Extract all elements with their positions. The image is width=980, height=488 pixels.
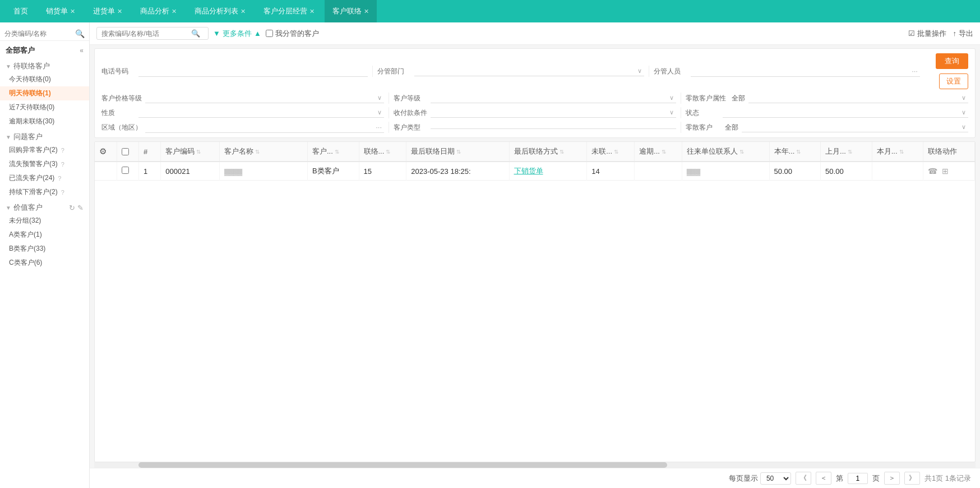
sidebar-item-today[interactable]: 今天待联络(0) xyxy=(0,72,89,86)
next-page-btn[interactable]: ＞ xyxy=(884,472,900,485)
sidebar: 🔍 全部客户 « ▼ 待联络客户 今天待联络(0) 明天待联络(1) 近7天待联… xyxy=(0,22,90,488)
sort-type-icon[interactable]: ⇅ xyxy=(335,149,339,155)
sidebar-item-class-a[interactable]: A类客户(1) xyxy=(0,228,89,242)
edit-icon[interactable]: ✎ xyxy=(77,204,84,212)
sidebar-item-7days[interactable]: 近7天待联络(0) xyxy=(0,100,89,114)
sidebar-search-wrap: 🔍 xyxy=(0,27,89,41)
nav-analysis-list-close[interactable]: ✕ xyxy=(241,8,246,15)
nav-purchase-close[interactable]: ✕ xyxy=(117,8,122,15)
refresh-icon[interactable]: ↻ xyxy=(69,204,75,212)
table-settings-gear-icon[interactable]: ⚙ xyxy=(99,146,107,156)
filter-manager-label: 分管人员 xyxy=(654,67,687,76)
my-customers-checkbox-wrap[interactable]: 我分管的客户 xyxy=(266,29,319,39)
sidebar-item-churned[interactable]: 已流失客户(24) ? xyxy=(0,171,89,185)
filter-customer-level-select[interactable]: ∨ xyxy=(431,93,676,103)
nav-sales-close[interactable]: ✕ xyxy=(70,8,75,15)
sort-this-year-icon[interactable]: ⇅ xyxy=(796,149,801,155)
row-checkbox[interactable] xyxy=(122,167,129,174)
col-code[interactable]: 客户编码 ⇅ xyxy=(161,142,220,162)
sort-name-icon[interactable]: ⇅ xyxy=(255,149,260,155)
more-conditions-btn[interactable]: ▼ 更多条件 ▲ xyxy=(213,29,261,39)
sort-code-icon[interactable]: ⇅ xyxy=(196,149,201,155)
sidebar-item-overdue[interactable]: 逾期未联络(30) xyxy=(0,114,89,128)
col-uncontacted[interactable]: 未联... ⇅ xyxy=(587,142,635,162)
first-page-btn[interactable]: 《 xyxy=(796,472,811,485)
nav-customer-tier-close[interactable]: ✕ xyxy=(309,8,315,15)
col-contacts[interactable]: 联络... ⇅ xyxy=(359,142,406,162)
sort-last-date-icon[interactable]: ⇅ xyxy=(456,149,461,155)
sidebar-item-tomorrow[interactable]: 明天待联络(1) xyxy=(0,86,89,100)
col-name[interactable]: 客户名称 ⇅ xyxy=(219,142,307,162)
sort-this-month-icon[interactable]: ⇅ xyxy=(899,149,904,155)
filter-manager-select[interactable]: ··· xyxy=(691,66,920,77)
sidebar-item-churn-warning[interactable]: 流失预警客户(3) ? xyxy=(0,157,89,171)
sort-contacts-person-icon[interactable]: ⇅ xyxy=(739,149,744,155)
region-ellipsis-icon: ··· xyxy=(376,123,382,131)
sidebar-group-problem[interactable]: ▼ 问题客户 xyxy=(0,128,89,143)
filter-phone-input[interactable] xyxy=(138,66,368,77)
search-icon[interactable]: 🔍 xyxy=(191,29,200,38)
nav-customer-contact-close[interactable]: ✕ xyxy=(364,8,369,15)
col-last-month[interactable]: 上月... ⇅ xyxy=(821,142,872,162)
filter-row-1: 电话号码 分管部门 ∨ 分管人员 ··· xyxy=(101,53,968,89)
filter-payment-select[interactable]: ∨ xyxy=(431,108,676,118)
prev-page-btn[interactable]: ＜ xyxy=(816,472,831,485)
filter-nature-select[interactable]: ∨ xyxy=(138,108,384,118)
my-customers-checkbox[interactable] xyxy=(266,30,273,37)
nav-customer-contact[interactable]: 客户联络 ✕ xyxy=(325,0,377,22)
filter-retail-customer-select[interactable]: ∨ xyxy=(742,122,968,132)
filter-region-select[interactable]: ··· xyxy=(145,122,384,133)
search-input[interactable] xyxy=(101,30,191,38)
query-button[interactable]: 查询 xyxy=(936,53,968,69)
nav-analysis[interactable]: 商品分析 ✕ xyxy=(132,0,184,22)
filter-status-select[interactable]: ∨ xyxy=(723,108,968,118)
table-scroll-bar[interactable] xyxy=(94,462,976,468)
sidebar-search-icon[interactable]: 🔍 xyxy=(75,29,85,38)
sidebar-group-pending[interactable]: ▼ 待联络客户 xyxy=(0,58,89,72)
nav-sales[interactable]: 销货单 ✕ xyxy=(38,0,83,22)
page-input[interactable] xyxy=(848,473,868,484)
table-header-checkbox[interactable] xyxy=(122,148,129,155)
nav-home[interactable]: 首页 xyxy=(6,0,36,22)
nav-customer-tier[interactable]: 客户分层经营 ✕ xyxy=(256,0,322,22)
filter-icon: ▼ xyxy=(213,29,220,38)
action-icons-wrap: ☎ ⊞ xyxy=(928,167,970,176)
nav-purchase[interactable]: 进货单 ✕ xyxy=(85,0,130,22)
sidebar-item-declining[interactable]: 持续下滑客户(2) ? xyxy=(0,185,89,199)
col-this-month[interactable]: 本月... ⇅ xyxy=(872,142,923,162)
sidebar-search-input[interactable] xyxy=(4,30,75,38)
last-page-btn[interactable]: 》 xyxy=(904,472,920,485)
sidebar-item-ungrouped[interactable]: 未分组(32) xyxy=(0,214,89,228)
page-size-select[interactable]: 50 100 200 xyxy=(760,472,791,485)
col-this-year[interactable]: 本年... ⇅ xyxy=(769,142,821,162)
col-last-date[interactable]: 最后联络日期 ⇅ xyxy=(406,142,509,162)
settings-button[interactable]: 设置 xyxy=(939,73,968,89)
col-contacts-person[interactable]: 往来单位联系人 ⇅ xyxy=(682,142,769,162)
col-checkbox xyxy=(117,142,138,162)
filter-customer-type-select[interactable] xyxy=(431,126,676,129)
col-settings[interactable]: ⚙ xyxy=(95,142,117,162)
sidebar-all-customers[interactable]: 全部客户 « xyxy=(0,43,89,58)
grid-action-icon[interactable]: ⊞ xyxy=(942,167,949,176)
last-method-link[interactable]: 下销货单 xyxy=(514,167,543,175)
filter-dept-select[interactable]: ∨ xyxy=(414,66,644,76)
filter-price-level-select[interactable]: ∨ xyxy=(145,93,384,103)
nav-analysis-list[interactable]: 商品分析列表 ✕ xyxy=(187,0,253,22)
phone-action-icon[interactable]: ☎ xyxy=(928,167,937,176)
sort-overdue-icon[interactable]: ⇅ xyxy=(662,149,666,155)
sort-last-method-icon[interactable]: ⇅ xyxy=(560,149,564,155)
sort-last-month-icon[interactable]: ⇅ xyxy=(848,149,852,155)
export-btn[interactable]: ↑ 导出 xyxy=(953,29,974,39)
col-overdue[interactable]: 逾期... ⇅ xyxy=(635,142,682,162)
cell-contacts: 15 xyxy=(359,162,406,181)
batch-action-btn[interactable]: ☑ 批量操作 xyxy=(908,29,946,39)
sidebar-item-repurchase-abnormal[interactable]: 回购异常客户(2) ? xyxy=(0,143,89,157)
nav-analysis-close[interactable]: ✕ xyxy=(172,8,177,15)
sidebar-item-class-b[interactable]: B类客户(33) xyxy=(0,242,89,256)
sort-uncontacted-icon[interactable]: ⇅ xyxy=(614,149,618,155)
sidebar-item-class-c[interactable]: C类客户(6) xyxy=(0,256,89,270)
col-type[interactable]: 客户... ⇅ xyxy=(307,142,359,162)
sort-contacts-icon[interactable]: ⇅ xyxy=(386,149,390,155)
filter-retail-attr-select[interactable]: ∨ xyxy=(748,93,968,103)
col-last-method[interactable]: 最后联络方式 ⇅ xyxy=(509,142,587,162)
